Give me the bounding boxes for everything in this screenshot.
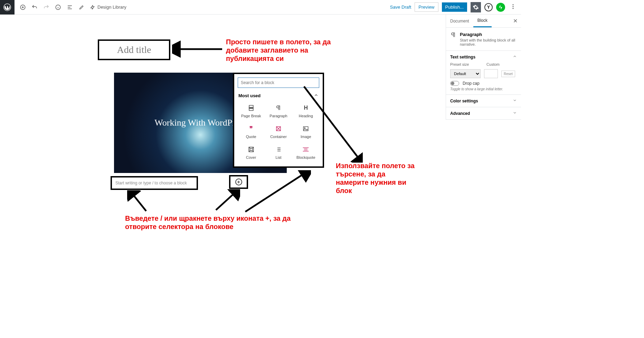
pencil-icon[interactable] bbox=[78, 4, 85, 11]
editor-canvas: Add title Working With WordPress Most us… bbox=[0, 15, 446, 274]
publish-button[interactable]: Publish... bbox=[442, 2, 467, 12]
cover-block-text: Working With WordPress bbox=[154, 118, 246, 128]
block-quote[interactable]: ❞Quote bbox=[238, 123, 264, 141]
info-icon[interactable] bbox=[55, 4, 61, 11]
svg-point-5 bbox=[513, 8, 514, 9]
preset-size-label: Preset size bbox=[450, 62, 483, 66]
arrow-to-panel bbox=[242, 170, 311, 215]
custom-size-label: Custom bbox=[486, 62, 500, 66]
jetpack-icon[interactable] bbox=[496, 3, 505, 12]
dropcap-label: Drop cap bbox=[463, 81, 480, 86]
undo-icon[interactable] bbox=[31, 4, 38, 11]
block-container[interactable]: Container bbox=[265, 123, 292, 141]
advanced-heading[interactable]: Advanced bbox=[450, 111, 470, 116]
chevron-up-icon[interactable] bbox=[513, 54, 517, 60]
page-break-icon bbox=[248, 104, 255, 112]
yoast-icon[interactable]: Y bbox=[484, 3, 493, 11]
annotation-search: Използвайте полето за търсене, за да нам… bbox=[336, 162, 415, 195]
preview-button[interactable]: Preview bbox=[415, 2, 438, 12]
editor-topbar: Design Library Save Draft Preview Publis… bbox=[0, 0, 521, 15]
design-library-button[interactable]: Design Library bbox=[90, 4, 126, 10]
color-settings-heading[interactable]: Color settings bbox=[450, 99, 478, 103]
svg-point-4 bbox=[513, 6, 514, 7]
reset-size-button[interactable]: Reset bbox=[501, 71, 515, 77]
arrow-to-title bbox=[172, 40, 224, 58]
design-library-icon bbox=[90, 4, 95, 10]
chevron-down-icon[interactable] bbox=[513, 111, 517, 116]
annotation-title: Просто пишете в полето, за да добавите з… bbox=[226, 38, 347, 63]
tab-block[interactable]: Block bbox=[473, 15, 492, 27]
redo-icon bbox=[43, 4, 50, 11]
text-settings-heading[interactable]: Text settings bbox=[450, 55, 475, 60]
container-icon bbox=[275, 125, 282, 133]
annotation-inserter: Въведете / или щракнете върху иконата +,… bbox=[125, 214, 319, 231]
arrow-to-paragraph bbox=[127, 190, 151, 214]
dropcap-help: Toggle to show a large initial letter. bbox=[450, 87, 517, 91]
list-icon bbox=[275, 146, 282, 153]
add-block-icon[interactable] bbox=[19, 4, 26, 11]
most-used-heading: Most used bbox=[238, 93, 261, 98]
arrow-to-plus bbox=[212, 189, 240, 213]
block-description: Start with the building block of all nar… bbox=[460, 38, 517, 46]
wordpress-logo[interactable] bbox=[0, 0, 15, 15]
post-title-placeholder[interactable]: Add title bbox=[117, 44, 151, 55]
dropcap-toggle[interactable] bbox=[450, 81, 459, 86]
settings-gear-icon[interactable] bbox=[471, 2, 481, 12]
custom-size-input[interactable] bbox=[484, 69, 498, 78]
arrow-to-search bbox=[301, 83, 363, 163]
block-name: Paragraph bbox=[460, 32, 517, 37]
save-draft-link[interactable]: Save Draft bbox=[390, 4, 411, 10]
more-menu-icon[interactable] bbox=[509, 2, 518, 12]
settings-sidebar: Document Block ✕ Paragraph Start with th… bbox=[446, 15, 521, 120]
tab-document[interactable]: Document bbox=[446, 15, 473, 27]
inline-add-block-icon[interactable]: + bbox=[235, 179, 242, 185]
paragraph-placeholder-highlight: Start writing or type / to choose a bloc… bbox=[111, 176, 198, 190]
paragraph-block-icon bbox=[450, 32, 456, 46]
close-sidebar-icon[interactable]: ✕ bbox=[510, 18, 521, 24]
quote-icon: ❞ bbox=[249, 125, 253, 133]
design-library-label: Design Library bbox=[97, 4, 126, 10]
outline-icon[interactable] bbox=[66, 4, 73, 11]
block-cover[interactable]: Cover bbox=[238, 144, 264, 162]
block-page-break[interactable]: Page Break bbox=[238, 102, 264, 120]
cover-icon bbox=[248, 146, 255, 153]
block-list[interactable]: List bbox=[265, 144, 292, 162]
paragraph-icon bbox=[275, 104, 282, 112]
preset-size-select[interactable]: Default bbox=[450, 69, 481, 78]
block-paragraph[interactable]: Paragraph bbox=[265, 102, 292, 120]
post-title-field-highlight: Add title bbox=[98, 39, 170, 60]
chevron-down-icon[interactable] bbox=[513, 98, 517, 103]
paragraph-placeholder[interactable]: Start writing or type / to choose a bloc… bbox=[115, 181, 187, 185]
svg-point-3 bbox=[513, 4, 514, 5]
